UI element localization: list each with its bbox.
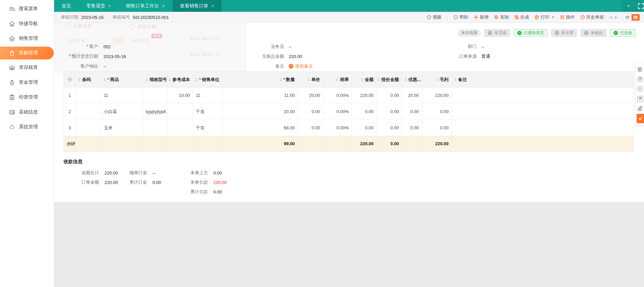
payment-info-section: 收款信息 金额合计220.00订单金额220.00随单订金--累计订金0.00本… bbox=[64, 159, 327, 165]
tab-sales-order-workbench[interactable]: 销售订单工作台× bbox=[119, 0, 173, 12]
sort-up-icon bbox=[405, 78, 407, 79]
subtotal-product bbox=[101, 136, 143, 151]
sidebar-item-basic-info[interactable]: 基础信息 bbox=[0, 105, 54, 119]
column-header-barcode[interactable]: 条码 bbox=[76, 72, 101, 87]
tab-retail-return[interactable]: 零售退货× bbox=[79, 0, 119, 12]
sidebar-item-sales[interactable]: 销售管理 bbox=[0, 32, 54, 45]
sort-arrows-icon[interactable] bbox=[308, 78, 310, 81]
column-header-profit[interactable]: 毛利 bbox=[422, 72, 452, 87]
form-field: 部门-- bbox=[426, 43, 490, 50]
help-button[interactable]: ?帮助 bbox=[453, 14, 468, 20]
add-remark-link[interactable]: +添加备注 bbox=[289, 63, 313, 69]
cell-idx: 1 bbox=[64, 87, 76, 103]
column-header-spec[interactable]: 规格型号 bbox=[143, 72, 168, 87]
column-header-remark[interactable]: 备注 bbox=[452, 72, 633, 87]
cell-product: 玉米 bbox=[101, 120, 143, 136]
sort-arrows-icon[interactable] bbox=[336, 78, 338, 81]
sidebar-item-search-menu[interactable]: 搜索菜单 bbox=[0, 2, 54, 16]
tab-close-icon[interactable]: × bbox=[211, 3, 214, 8]
sort-arrows-icon[interactable] bbox=[436, 78, 438, 81]
cell-price: 0.00 bbox=[298, 120, 323, 136]
sort-arrows-icon[interactable] bbox=[378, 78, 380, 81]
sidebar-item-system[interactable]: 系统管理 bbox=[0, 120, 54, 134]
doc-date-label: 单据日期 bbox=[61, 14, 78, 20]
doc-no-label: 单据编号 bbox=[113, 14, 130, 20]
next-record-icon[interactable]: ▶ bbox=[615, 15, 618, 20]
payment-label: 本单上欠 bbox=[171, 170, 208, 176]
status-badge: ✓已通知发货 bbox=[514, 29, 548, 37]
operate-button[interactable]: 操作 bbox=[560, 14, 575, 20]
add-button[interactable]: 新增 bbox=[474, 14, 488, 20]
tab-label: 查看销售订单 bbox=[180, 3, 208, 9]
cell-product: 11 bbox=[101, 87, 143, 103]
badge-label: 未出库 bbox=[561, 30, 573, 36]
tab-close-icon[interactable]: × bbox=[108, 3, 111, 8]
close-tabs-icon[interactable]: × bbox=[622, 0, 635, 12]
column-header-discount[interactable]: 优惠... bbox=[402, 72, 422, 87]
list-view-toggle[interactable] bbox=[623, 14, 631, 21]
sort-arrows-icon[interactable] bbox=[104, 78, 106, 81]
tab-close-icon[interactable]: × bbox=[162, 3, 165, 8]
payment-column: 随单订金--累计订金0.00 bbox=[113, 169, 161, 188]
payment-label: 本单欠款 bbox=[171, 179, 208, 185]
sort-arrows-icon[interactable] bbox=[169, 78, 171, 81]
sidebar-item-purchase[interactable]: 采购管理 bbox=[0, 47, 54, 59]
sidebar-item-operations[interactable]: 经营管理 bbox=[0, 90, 54, 104]
sort-arrows-icon[interactable] bbox=[405, 78, 407, 81]
copy-button[interactable]: 复制 bbox=[494, 14, 509, 20]
cell-spec: tyjyjtyjtyjdf... bbox=[143, 104, 168, 120]
cell-profit: 0.00 bbox=[422, 120, 452, 136]
video-button[interactable]: 视频 bbox=[427, 14, 442, 20]
voucher-icon[interactable]: 券 bbox=[637, 94, 644, 103]
system-icon bbox=[9, 124, 15, 130]
history-circle-icon[interactable]: 历 bbox=[637, 75, 644, 83]
expand-panel-icon[interactable] bbox=[637, 114, 644, 123]
check-circle-icon: ✓ bbox=[614, 31, 618, 35]
column-header-cost[interactable]: 参考成本 bbox=[168, 72, 193, 87]
column-header-unit[interactable]: *销售单位 bbox=[193, 72, 222, 87]
history-docs-button[interactable]: 历史单据 bbox=[580, 14, 604, 20]
payment-label: 累计欠款 bbox=[171, 189, 208, 195]
column-header-price[interactable]: 单价 bbox=[298, 72, 323, 87]
sidebar-item-inventory[interactable]: 库存核算 bbox=[0, 61, 54, 74]
status-badge: !未完成 bbox=[484, 29, 510, 37]
tab-home[interactable]: 首页 bbox=[54, 0, 79, 12]
sort-arrows-icon[interactable] bbox=[146, 78, 148, 81]
tab-view-sales-order[interactable]: 查看销售订单× bbox=[172, 0, 222, 12]
sort-arrows-icon[interactable] bbox=[78, 78, 80, 81]
column-header-tax[interactable]: 税率 bbox=[323, 72, 352, 87]
column-header-product[interactable]: *商品 bbox=[101, 72, 143, 87]
cell-profit: 220.00 bbox=[422, 87, 452, 103]
sort-arrows-icon[interactable] bbox=[361, 78, 363, 81]
document-icon[interactable] bbox=[637, 65, 644, 74]
debt-circle-icon[interactable]: 欠 bbox=[637, 84, 644, 93]
fullscreen-icon[interactable] bbox=[635, 0, 644, 12]
column-header-quote[interactable]: 报价金额 bbox=[377, 72, 402, 87]
sidebar-item-funds[interactable]: 资金管理 bbox=[0, 76, 54, 89]
sort-down-icon bbox=[195, 80, 197, 81]
sort-arrows-icon[interactable] bbox=[280, 78, 282, 81]
attachment-icon[interactable] bbox=[637, 104, 644, 113]
column-header-idx[interactable] bbox=[64, 72, 76, 87]
required-asterisk: * bbox=[108, 77, 109, 82]
prev-record-icon[interactable]: ◀ bbox=[609, 15, 612, 20]
field-value: -- bbox=[103, 64, 106, 69]
ghost-label: NEW bbox=[151, 34, 162, 38]
check-circle-icon: ✓ bbox=[517, 31, 522, 35]
column-header-amount[interactable]: 金额 bbox=[352, 72, 377, 87]
cell-unit: 11 bbox=[193, 87, 222, 103]
detail-view-toggle[interactable] bbox=[631, 14, 640, 21]
form-column: 业务员--无税总金额220.00备注+添加备注 bbox=[233, 43, 313, 73]
sort-down-icon bbox=[308, 80, 310, 81]
search-menu-icon bbox=[9, 6, 15, 12]
column-header-qty[interactable]: *数量 bbox=[222, 72, 298, 87]
document-card: 采购业务智能采购采购订单历史智能补货NEW进货单采购订单统计表采购订单执行表 来… bbox=[54, 23, 644, 202]
generate-button[interactable]: 生成 bbox=[514, 14, 529, 20]
print-button[interactable]: 打印 bbox=[534, 14, 554, 20]
sort-up-icon bbox=[104, 78, 106, 79]
sort-arrows-icon[interactable] bbox=[195, 78, 197, 81]
sidebar-item-quick-nav[interactable]: 快捷导航 bbox=[0, 17, 54, 30]
ghost-menu-item: 智能采购 bbox=[129, 24, 157, 30]
sort-arrows-icon[interactable] bbox=[454, 78, 456, 81]
cell-amount: 220.00 bbox=[352, 87, 377, 103]
